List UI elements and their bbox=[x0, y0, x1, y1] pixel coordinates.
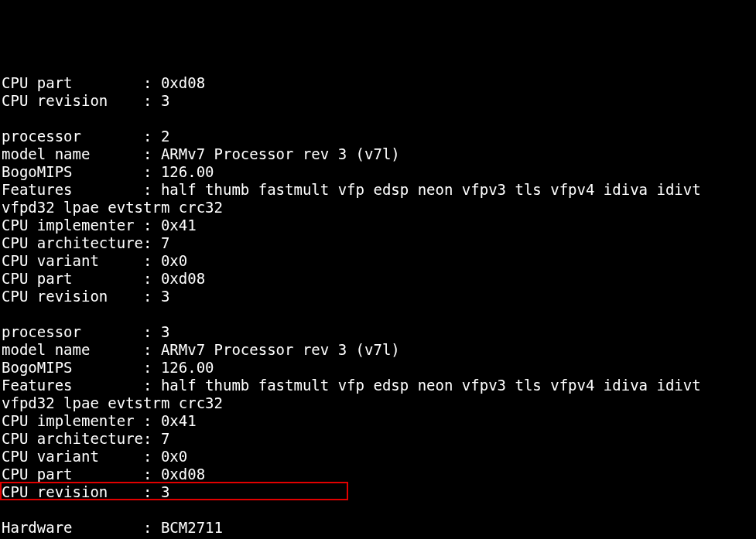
output-line: Hardware : BCM2711 bbox=[2, 519, 756, 537]
output-line: model name : ARMv7 Processor rev 3 (v7l) bbox=[2, 341, 756, 359]
output-line: Features : half thumb fastmult vfp edsp … bbox=[2, 181, 756, 199]
output-line: CPU architecture: 7 bbox=[2, 234, 756, 252]
output-line: processor : 3 bbox=[2, 323, 756, 341]
output-line: CPU implementer : 0x41 bbox=[2, 412, 756, 430]
output-line: model name : ARMv7 Processor rev 3 (v7l) bbox=[2, 145, 756, 163]
output-line: CPU part : 0xd08 bbox=[2, 466, 756, 483]
output-line: BogoMIPS : 126.00 bbox=[2, 163, 756, 181]
output-line: CPU architecture: 7 bbox=[2, 430, 756, 448]
output-line bbox=[2, 305, 756, 323]
output-line: CPU part : 0xd08 bbox=[2, 270, 756, 288]
output-line: Features : half thumb fastmult vfp edsp … bbox=[2, 377, 756, 394]
output-line: CPU implementer : 0x41 bbox=[2, 217, 756, 234]
output-line bbox=[2, 110, 756, 128]
output-line: CPU variant : 0x0 bbox=[2, 448, 756, 466]
output-line: vfpd32 lpae evtstrm crc32 bbox=[2, 199, 756, 217]
output-line: CPU variant : 0x0 bbox=[2, 252, 756, 270]
output-line: CPU revision : 3 bbox=[2, 92, 756, 110]
output-line bbox=[2, 501, 756, 519]
output-line: processor : 2 bbox=[2, 128, 756, 145]
output-line: CPU revision : 3 bbox=[2, 288, 756, 305]
output-line: BogoMIPS : 126.00 bbox=[2, 359, 756, 377]
terminal-output[interactable]: CPU part : 0xd08CPU revision : 3 process… bbox=[2, 74, 756, 539]
output-line: CPU part : 0xd08 bbox=[2, 74, 756, 92]
output-line: vfpd32 lpae evtstrm crc32 bbox=[2, 394, 756, 412]
output-line: CPU revision : 3 bbox=[2, 483, 756, 501]
